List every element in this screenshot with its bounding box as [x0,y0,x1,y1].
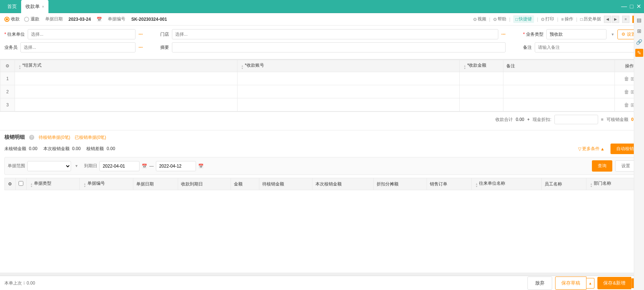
settlement-cell-3[interactable] [15,98,237,111]
shortcut-link[interactable]: □ 快捷键 [513,15,534,23]
business-type-arrow[interactable]: ▼ [611,32,614,36]
col-employee-name: 员工名称 [541,178,586,190]
delete-row-3-icon[interactable]: 🗑 [624,102,629,108]
close-tab-icon[interactable]: × [42,4,44,9]
counterparty-label: 往来单位 [4,31,25,38]
date-to-calendar-icon[interactable]: 📅 [198,164,204,169]
settlement-cell-1[interactable] [15,72,237,85]
completed-link[interactable]: 已核销单据(0笔) [75,134,106,141]
window-controls: — □ ✕ [621,3,641,10]
sidebar-icon-doc[interactable]: ⊞ [635,27,643,35]
select-all-checkbox[interactable] [19,181,23,186]
col-pending-cancel: 待核销金额 [259,178,312,190]
receipt-type-group: 收款 退款 [4,16,39,22]
history-icon: □ [580,17,583,22]
remark-cell-2[interactable] [503,85,615,98]
toolbar: 收款 退款 单据日期 2023-03-24 📅 单据编号 SK-20230324… [0,13,644,26]
help-icon: ⊙ [493,17,497,22]
toolbar-actions: ⊙ 视频 | ⊙ 帮助 | □ 快捷键 | ⊙ 打印 | ≡ 操作 | [473,15,640,23]
amount-cell-3[interactable] [460,98,503,111]
more-conditions-link[interactable]: ▽ 更多条件 ▲ [578,146,605,152]
list-view-btn[interactable]: ≡ [622,16,629,23]
range-dropdown-icon[interactable]: ▼ [75,164,78,168]
receipt-table-container: ⚙ ▲▼ *结算方式 ▲▼ *收款账号 ▲▼ *收款金额 备注 [0,59,644,111]
summary-input[interactable] [172,42,506,52]
discount-label: 现金折扣: [533,117,551,123]
verify-table-container: ⚙ ▲▼ 单据类型 ▲▼ 单据编号 单据日期 [4,178,640,190]
refund-label: 退款 [31,16,39,22]
date-from-input[interactable] [99,161,140,171]
business-type-col: 业务类型 预收款 ▼ ⚙ 设置 [523,29,640,39]
receipt-tab-label: 收款单 [25,3,40,10]
summary-label: 摘要 [160,44,169,51]
sidebar-icon-edit[interactable]: ✎ [635,49,643,57]
table-settings-btn[interactable]: 设置 [615,160,636,172]
discount-input[interactable] [554,115,598,124]
remark-cell-1[interactable] [503,72,615,85]
print-link[interactable]: ⊙ 打印 [541,16,554,22]
number-label: 单据编号 [108,16,125,22]
remark-input[interactable] [535,42,640,52]
plus-sign: + [527,117,530,122]
verify-table: ⚙ ▲▼ 单据类型 ▲▼ 单据编号 单据日期 [4,178,640,190]
remark-cell-3[interactable] [503,98,615,111]
minimize-icon[interactable]: — [621,3,627,10]
refund-radio[interactable]: 退款 [24,16,39,22]
delete-row-1-icon[interactable]: 🗑 [624,76,629,82]
account-cell-3[interactable] [237,98,460,111]
business-type-value: 预收款 [546,29,606,39]
help-link[interactable]: ⊙ 帮助 [493,16,506,22]
sidebar-icon-table[interactable]: ▤ [635,16,643,24]
salesperson-label: 业务员 [4,44,17,51]
salesperson-more-btn[interactable]: ··· [138,44,143,50]
counterparty-col: 往来单位 ··· [4,29,143,39]
col-settlement: ▲▼ *结算方式 [15,60,237,72]
col-doc-date: 单据日期 [133,178,178,190]
counterparty-input[interactable] [28,29,136,39]
delete-row-2-icon[interactable]: 🗑 [624,89,629,95]
store-input[interactable] [172,29,498,39]
pending-link[interactable]: 待核销单据(0笔) [39,134,70,141]
store-more-btn[interactable]: ··· [501,31,506,37]
date-to-input[interactable] [156,161,196,171]
summary-row: 收款合计 0.00 + 现金折扣: = 可核销金额 0.00 [0,111,644,127]
print-icon: ⊙ [541,17,545,22]
home-tab[interactable]: 首页 [3,3,21,10]
total-label: 收款合计 [495,117,513,123]
query-btn[interactable]: 查询 [592,160,612,172]
range-item: 单据范围 ▼ [8,161,78,171]
amount-cell-1[interactable] [460,72,503,85]
navigate-arrows: ◀ ▶ [604,16,619,23]
business-type-label: 业务类型 [523,31,543,38]
history-link[interactable]: □ 历史单据 [580,16,601,22]
prev-record-btn[interactable]: ◀ [604,16,611,23]
maximize-icon[interactable]: □ [630,3,633,10]
amount-cell-2[interactable] [460,85,503,98]
verify-info-icon[interactable]: ? [29,135,34,140]
sidebar-icon-link[interactable]: 🔗 [635,38,643,46]
col-doc-type: ▲▼ 单据类型 [27,178,80,190]
counterparty-more-btn[interactable]: ··· [138,31,143,37]
row-num-1: 1 [0,72,15,85]
calendar-icon[interactable]: 📅 [97,17,102,22]
receipt-tab[interactable]: 收款单 × [21,0,48,13]
table-settings-icon[interactable]: ⚙ [5,63,9,68]
date-from-calendar-icon[interactable]: 📅 [142,164,147,169]
operation-link[interactable]: ≡ 操作 [561,16,573,22]
verify-title: 核销明细 [4,134,25,141]
due-date-item: 到期日 📅 — 📅 [84,161,204,171]
diff-stat: 核销差额 0.00 [86,146,115,152]
close-window-icon[interactable]: ✕ [636,3,641,10]
settlement-cell-2[interactable] [15,85,237,98]
col-account: ▲▼ *收款账号 [237,60,460,72]
video-icon: ⊙ [473,17,477,22]
account-cell-2[interactable] [237,85,460,98]
verify-header: 核销明细 ? 待核销单据(0笔) 已核销单据(0笔) [4,134,640,141]
next-record-btn[interactable]: ▶ [612,16,619,23]
video-link[interactable]: ⊙ 视频 [473,16,486,22]
receive-radio[interactable]: 收款 [4,16,20,22]
salesperson-input[interactable] [20,42,136,52]
range-select[interactable] [27,161,71,171]
account-cell-1[interactable] [237,72,460,85]
verify-table-settings-icon[interactable]: ⚙ [8,181,12,187]
